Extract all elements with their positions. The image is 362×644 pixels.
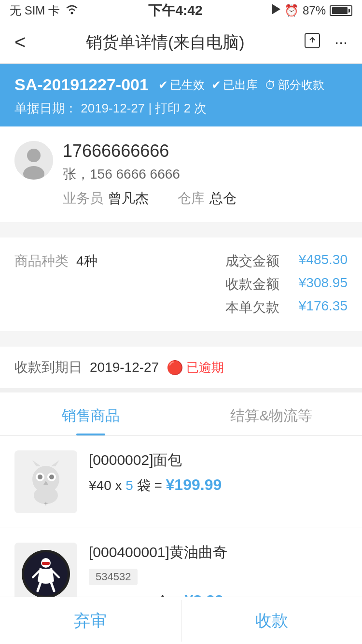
due-section: 收款到期日 2019-12-27 🔴 已逾期 bbox=[0, 347, 362, 389]
tab-sales-label: 销售商品 bbox=[62, 407, 120, 423]
clock-icon: ⏱ bbox=[265, 78, 276, 92]
product-tag-2: 534532 bbox=[89, 569, 138, 585]
product-title-2: 黄油曲奇 bbox=[169, 544, 227, 560]
print-info: | 打印 2 次 bbox=[148, 101, 207, 115]
location-icon bbox=[272, 4, 280, 17]
deal-amount-value: ¥485.30 bbox=[299, 252, 348, 270]
nav-bar: < 销货单详情(来自电脑) ··· bbox=[0, 21, 362, 64]
product-name-2: [000400001]黄油曲奇 bbox=[89, 543, 348, 562]
nav-actions: ··· bbox=[305, 33, 348, 52]
customer-section: 17666666666 张，156 6666 6666 业务员 曾凡杰 仓库 总… bbox=[0, 126, 362, 222]
status-badge-partial: ⏱ 部分收款 bbox=[265, 77, 324, 93]
customer-detail: 业务员 曾凡杰 仓库 总仓 bbox=[63, 189, 348, 208]
order-header: SA-20191227-001 ✔ 已生效 ✔ 已出库 ⏱ 部分收款 单据日期：… bbox=[0, 64, 362, 126]
tab-active-indicator bbox=[76, 434, 105, 435]
tabs-section: 销售商品 结算&物流等 bbox=[0, 389, 362, 626]
battery-text: 87% bbox=[303, 4, 326, 17]
tab-settlement-label: 结算&物流等 bbox=[230, 407, 312, 423]
separator-2 bbox=[0, 339, 362, 347]
product-image-2 bbox=[22, 550, 70, 598]
back-button[interactable]: < bbox=[14, 31, 26, 53]
product-item: + [0000002]面包 ¥40 x 5 袋 = ¥199.99 bbox=[0, 436, 362, 528]
product-thumb-2 bbox=[14, 543, 77, 605]
tab-settlement[interactable]: 结算&物流等 bbox=[181, 392, 362, 435]
order-date-row: 单据日期： 2019-12-27 | 打印 2 次 bbox=[14, 100, 348, 117]
deal-amount-row: 成交金额 ¥485.30 bbox=[225, 252, 348, 270]
financial-stats: 成交金额 ¥485.30 收款金额 ¥308.95 本单欠款 ¥176.35 bbox=[225, 252, 348, 317]
status-badge-active: ✔ 已生效 bbox=[158, 77, 205, 93]
wifi-icon bbox=[65, 4, 79, 17]
product-types-value: 4种 bbox=[76, 252, 97, 270]
svg-point-12 bbox=[49, 475, 54, 479]
svg-marker-1 bbox=[272, 4, 280, 14]
battery-icon bbox=[330, 5, 352, 16]
stats-row: 商品种类 4种 成交金额 ¥485.30 收款金额 ¥308.95 本单欠款 ¥… bbox=[14, 252, 348, 317]
warehouse-label: 仓库 bbox=[178, 189, 205, 208]
svg-point-11 bbox=[38, 475, 42, 479]
received-label: 收款金额 bbox=[225, 275, 279, 294]
order-id: SA-20191227-001 bbox=[14, 75, 149, 94]
svg-text:+: + bbox=[44, 500, 48, 506]
product-type-info: 商品种类 4种 bbox=[14, 252, 97, 270]
date-label: 单据日期： bbox=[14, 101, 77, 115]
status-badges: ✔ 已生效 ✔ 已出库 ⏱ 部分收款 bbox=[158, 77, 324, 93]
status-active-label: 已生效 bbox=[170, 77, 205, 93]
deal-amount-label: 成交金额 bbox=[225, 252, 279, 270]
status-bar: 无 SIM 卡 下午4:42 ⏰ 87% bbox=[0, 0, 362, 21]
owing-value: ¥176.35 bbox=[299, 298, 348, 317]
product-image-svg-2 bbox=[24, 552, 68, 596]
tab-sales-products[interactable]: 销售商品 bbox=[0, 392, 181, 435]
price-x-1: x bbox=[115, 478, 126, 493]
salesperson-item: 业务员 曾凡杰 bbox=[63, 189, 149, 208]
owing-label: 本单欠款 bbox=[225, 298, 279, 317]
status-left: 无 SIM 卡 bbox=[10, 3, 79, 18]
stats-section: 商品种类 4种 成交金额 ¥485.30 收款金额 ¥308.95 本单欠款 ¥… bbox=[0, 238, 362, 331]
product-unit-1: 袋 bbox=[137, 478, 151, 493]
warehouse-item: 仓库 总仓 bbox=[178, 189, 237, 208]
status-partial-label: 部分收款 bbox=[278, 77, 324, 93]
more-icon[interactable]: ··· bbox=[334, 33, 348, 51]
due-date: 2019-12-27 bbox=[90, 360, 159, 375]
alarm-icon: ⏰ bbox=[284, 4, 299, 17]
product-thumb-1: + bbox=[14, 450, 77, 513]
check-icon-1: ✔ bbox=[158, 78, 168, 92]
overdue-icon: 🔴 bbox=[167, 360, 183, 376]
status-badge-shipped: ✔ 已出库 bbox=[211, 77, 258, 93]
owing-amount-row: 本单欠款 ¥176.35 bbox=[225, 298, 348, 317]
received-value: ¥308.95 bbox=[299, 275, 348, 294]
svg-rect-20 bbox=[42, 562, 50, 565]
svg-point-5 bbox=[27, 149, 41, 162]
order-date: 2019-12-27 bbox=[81, 101, 145, 115]
product-qty-1: 5 bbox=[125, 478, 133, 493]
price-eq-1: = bbox=[154, 478, 166, 493]
svg-point-0 bbox=[71, 12, 73, 14]
status-time: 下午4:42 bbox=[148, 1, 202, 20]
product-total-1: ¥199.99 bbox=[166, 476, 222, 493]
product-title-1: 面包 bbox=[153, 452, 182, 468]
overdue-badge: 🔴 已逾期 bbox=[167, 359, 224, 376]
salesperson-label: 业务员 bbox=[63, 189, 103, 208]
product-info-1: [0000002]面包 ¥40 x 5 袋 = ¥199.99 bbox=[89, 450, 348, 495]
customer-info: 17666666666 张，156 6666 6666 业务员 曾凡杰 仓库 总… bbox=[63, 141, 348, 208]
share-icon[interactable] bbox=[305, 33, 320, 52]
page-title: 销货单详情(来自电脑) bbox=[86, 31, 245, 54]
status-right: ⏰ 87% bbox=[272, 4, 352, 17]
product-code-1: [0000002] bbox=[89, 452, 153, 468]
due-label: 收款到期日 bbox=[14, 358, 82, 377]
warehouse-value: 总仓 bbox=[209, 189, 237, 208]
avatar-icon bbox=[14, 141, 53, 180]
customer-id: 17666666666 bbox=[63, 141, 348, 161]
product-types-label: 商品种类 bbox=[14, 252, 69, 270]
avatar bbox=[14, 141, 53, 180]
tabs-bar: 销售商品 结算&物流等 bbox=[0, 392, 362, 436]
check-icon-2: ✔ bbox=[211, 78, 221, 92]
product-price-1: ¥40 bbox=[89, 478, 111, 493]
product-code-2: [000400001] bbox=[89, 544, 169, 560]
overdue-text: 已逾期 bbox=[186, 359, 224, 376]
status-shipped-label: 已出库 bbox=[223, 77, 258, 93]
carrier-text: 无 SIM 卡 bbox=[10, 3, 60, 18]
confirm-button[interactable]: 收款 bbox=[181, 600, 362, 642]
received-amount-row: 收款金额 ¥308.95 bbox=[225, 275, 348, 294]
cancel-button[interactable]: 弃审 bbox=[0, 600, 181, 642]
customer-name-phone: 张，156 6666 6666 bbox=[63, 165, 348, 183]
